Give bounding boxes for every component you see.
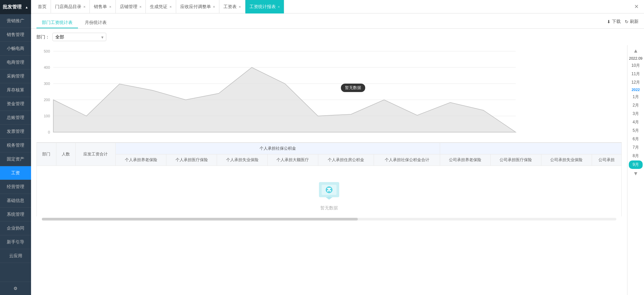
tab-close-3[interactable]: ×: [139, 5, 141, 9]
table-no-data: 暂无数据: [37, 166, 622, 217]
tab-close-4[interactable]: ×: [169, 5, 171, 9]
tab-item-0[interactable]: 首页: [34, 0, 51, 13]
sidebar-header[interactable]: 批发管理 ▲: [0, 0, 31, 14]
svg-text:0: 0: [48, 130, 50, 134]
sidebar-item-12[interactable]: 经营管理: [0, 180, 31, 194]
tab-close-2[interactable]: ×: [109, 5, 111, 9]
timeline: ▲ 2022.09 10月 11月 12月 2022 1月 2月 3月 4月 5…: [627, 45, 644, 295]
timeline-month-jan[interactable]: 1月: [627, 93, 644, 101]
sub-tab-bar: 部门工资统计表月份统计表 ⬇ 下载 ↻ 刷新: [31, 13, 644, 29]
sidebar-item-14[interactable]: 系统管理: [0, 208, 31, 222]
timeline-year-2022-09: 2022.09: [627, 55, 644, 61]
th-total-wage: 应发工资合计: [76, 143, 116, 166]
data-table-wrap[interactable]: 部门 人数 应发工资合计 个人承担社保公积金 个人承担养老保险个人承担医疗保险个…: [36, 142, 622, 216]
timeline-month-dec[interactable]: 12月: [627, 78, 644, 87]
timeline-month-aug[interactable]: 8月: [627, 152, 644, 160]
window-close-button[interactable]: ✕: [632, 3, 641, 10]
sidebar-title: 批发管理: [3, 4, 22, 10]
th-col-7: 公司承担医疗保险: [490, 154, 541, 166]
timeline-month-sep[interactable]: 9月: [629, 160, 643, 169]
department-select-wrap[interactable]: 全部: [52, 33, 106, 41]
table-scrollbar-thumb: [42, 218, 358, 220]
download-icon: ⬇: [607, 19, 611, 24]
filter-bar: 部门： 全部: [31, 29, 644, 45]
chart-svg: 500 400 300 200 100 0: [36, 48, 622, 146]
timeline-month-mar[interactable]: 3月: [627, 110, 644, 118]
sub-tabs: 部门工资统计表月份统计表: [36, 18, 112, 28]
svg-text:400: 400: [44, 65, 50, 69]
sidebar-item-2[interactable]: 小畅电商: [0, 42, 31, 56]
sidebar-item-10[interactable]: 固定资产: [0, 152, 31, 166]
content-area: 部门工资统计表月份统计表 ⬇ 下载 ↻ 刷新 部门： 全: [31, 13, 644, 295]
department-select[interactable]: 全部: [52, 33, 106, 41]
th-col-0: 个人承担养老保险: [116, 154, 166, 166]
action-buttons: ⬇ 下载 ↻ 刷新: [607, 19, 639, 27]
svg-point-19: [330, 189, 331, 190]
timeline-month-may[interactable]: 5月: [627, 126, 644, 135]
data-table: 部门 人数 应发工资合计 个人承担社保公积金 个人承担养老保险个人承担医疗保险个…: [36, 143, 622, 216]
timeline-month-feb[interactable]: 2月: [627, 101, 644, 110]
refresh-button[interactable]: ↻ 刷新: [625, 19, 639, 25]
sidebar-item-4[interactable]: 采购管理: [0, 69, 31, 83]
chart-timeline-section: 500 400 300 200 100 0: [31, 45, 644, 295]
sidebar-item-6[interactable]: 资金管理: [0, 97, 31, 111]
sidebar-item-5[interactable]: 库存核算: [0, 83, 31, 97]
th-col-6: 公司承担养老保险: [440, 154, 490, 166]
timeline-year-2022: 2022: [627, 87, 644, 93]
sidebar-item-17[interactable]: 云应用: [0, 249, 31, 263]
svg-point-18: [327, 189, 328, 190]
sub-tab-1[interactable]: 月份统计表: [79, 18, 112, 28]
svg-text:200: 200: [44, 98, 50, 102]
timeline-month-jul[interactable]: 7月: [627, 143, 644, 152]
sidebar-item-3[interactable]: 电商管理: [0, 56, 31, 69]
timeline-month-apr[interactable]: 4月: [627, 118, 644, 126]
tab-item-6[interactable]: 工资表×: [219, 0, 245, 13]
sidebar-item-15[interactable]: 企业协同: [0, 222, 31, 235]
th-col-2: 个人承担失业保险: [217, 154, 268, 166]
tab-item-3[interactable]: 店铺管理×: [116, 0, 146, 13]
sidebar-collapse-icon: ▲: [25, 5, 28, 9]
sidebar-item-11[interactable]: 工资: [0, 166, 31, 180]
sidebar-item-7[interactable]: 总账管理: [0, 111, 31, 125]
tab-close-1[interactable]: ×: [83, 5, 85, 9]
sub-tab-0[interactable]: 部门工资统计表: [36, 18, 78, 28]
timeline-month-oct[interactable]: 10月: [627, 61, 644, 70]
svg-text:300: 300: [44, 82, 50, 86]
download-button[interactable]: ⬇ 下载: [607, 19, 621, 25]
sidebar-item-8[interactable]: 发票管理: [0, 125, 31, 139]
sidebar-item-13[interactable]: 基础信息: [0, 194, 31, 208]
tab-bar: 首页门店商品目录×销售单×店铺管理×生成凭证×应收应付调整单×工资表×工资统计报…: [31, 0, 644, 13]
download-label: 下载: [612, 19, 621, 25]
tab-item-1[interactable]: 门店商品目录×: [51, 0, 90, 13]
sidebar-item-16[interactable]: 新手引导: [0, 235, 31, 249]
tab-item-2[interactable]: 销售单×: [90, 0, 115, 13]
tab-item-4[interactable]: 生成凭证×: [146, 0, 176, 13]
sidebar-settings[interactable]: ⚙: [0, 282, 31, 295]
sidebar: 批发管理 ▲ 营销推广销售管理小畅电商电商管理采购管理库存核算资金管理总账管理发…: [0, 0, 31, 295]
svg-rect-22: [328, 197, 330, 198]
th-col-9: 公司承担: [592, 154, 621, 166]
th-col-5: 个人承担社保公积金合计: [374, 154, 440, 166]
timeline-month-nov[interactable]: 11月: [627, 70, 644, 78]
no-data-section: 暂无数据: [40, 169, 618, 216]
tab-close-7[interactable]: ×: [278, 5, 280, 9]
th-col-1: 个人承担医疗保险: [166, 154, 217, 166]
refresh-icon: ↻: [625, 19, 628, 24]
chart-svg-wrap: 500 400 300 200 100 0: [36, 48, 622, 142]
th-department: 部门: [37, 143, 56, 166]
tab-close-5[interactable]: ×: [213, 5, 215, 9]
timeline-down-nav[interactable]: ▼: [632, 169, 640, 178]
table-scrollbar[interactable]: [42, 218, 616, 220]
svg-rect-20: [328, 191, 330, 191]
th-col-4: 个人承担住房公积金: [318, 154, 374, 166]
tab-item-5[interactable]: 应收应付调整单×: [176, 0, 219, 13]
timeline-month-jun[interactable]: 6月: [627, 135, 644, 143]
sidebar-item-0[interactable]: 营销推广: [0, 14, 31, 28]
timeline-up-nav[interactable]: ▲: [632, 47, 640, 55]
th-col-3: 个人承担大额医疗: [267, 154, 318, 166]
tab-item-7[interactable]: 工资统计报表×: [245, 0, 284, 13]
sidebar-item-9[interactable]: 税务管理: [0, 139, 31, 152]
th-col-8: 公司承担失业保险: [541, 154, 592, 166]
tab-close-6[interactable]: ×: [239, 5, 241, 9]
sidebar-item-1[interactable]: 销售管理: [0, 28, 31, 42]
